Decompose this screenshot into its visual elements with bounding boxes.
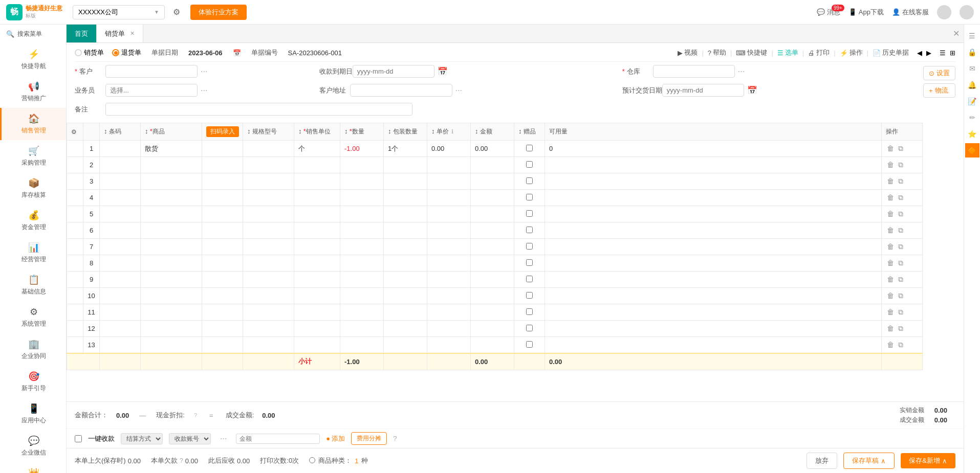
radio-return[interactable]: 退货单 xyxy=(112,48,141,57)
product-cell[interactable] xyxy=(141,157,202,173)
view-list-icon[interactable]: ☰ xyxy=(940,49,946,57)
gift-checkbox[interactable] xyxy=(526,243,533,250)
product-type-radio[interactable] xyxy=(309,457,315,463)
tab-close-all-icon[interactable]: ✕ xyxy=(953,29,960,38)
right-panel-star-btn[interactable]: ⭐ xyxy=(965,127,979,141)
unit-sort[interactable]: ↕ xyxy=(298,127,302,135)
view-grid-icon[interactable]: ⊞ xyxy=(950,49,955,57)
scan-btn[interactable]: 扫码录入 xyxy=(206,126,239,137)
delete-btn[interactable]: 🗑 xyxy=(886,209,895,219)
settings-button[interactable]: ⚙ xyxy=(169,5,184,20)
price-sort[interactable]: ↕ xyxy=(431,127,435,135)
right-panel-msg-btn[interactable]: ✉ xyxy=(965,61,979,76)
one-click-payment-checkbox[interactable] xyxy=(75,435,82,442)
product-cell[interactable] xyxy=(141,304,202,321)
total-debt-q[interactable]: ? xyxy=(180,457,183,464)
gift-sort[interactable]: ↕ xyxy=(518,127,522,135)
delete-btn[interactable]: 🗑 xyxy=(886,307,895,317)
app-download-button[interactable]: 📱 App下载 xyxy=(848,8,884,17)
product-cell[interactable] xyxy=(141,255,202,272)
product-sort[interactable]: ↕ xyxy=(145,127,148,135)
warehouse-input[interactable]: 建材仓 xyxy=(653,65,735,78)
copy-btn[interactable]: ⧉ xyxy=(897,307,904,318)
delete-btn[interactable]: 🗑 xyxy=(886,225,895,235)
copy-btn[interactable]: ⧉ xyxy=(897,258,904,268)
gift-checkbox[interactable] xyxy=(526,227,533,233)
due-date-input[interactable] xyxy=(353,65,434,78)
product-cell[interactable] xyxy=(141,222,202,239)
delete-btn[interactable]: 🗑 xyxy=(886,143,895,153)
col-scan[interactable]: 扫码录入 xyxy=(202,123,243,141)
delete-btn[interactable]: 🗑 xyxy=(886,241,895,252)
delivery-input[interactable] xyxy=(662,84,744,97)
sidebar-item-wechat[interactable]: 💬 企业微信 xyxy=(0,430,66,462)
calc-method-select[interactable]: 结算方式 xyxy=(121,433,163,444)
gift-checkbox[interactable] xyxy=(526,325,533,331)
action-ops[interactable]: ⚡ 操作 xyxy=(840,48,863,57)
service-button[interactable]: 👤 在线客服 xyxy=(892,8,929,17)
product-cell[interactable] xyxy=(141,272,202,288)
copy-btn[interactable]: ⧉ xyxy=(897,192,904,203)
delete-btn[interactable]: 🗑 xyxy=(886,340,895,350)
sidebar-item-purchase[interactable]: 🛒 采购管理 xyxy=(0,140,66,172)
qty-sort[interactable]: ↕ xyxy=(344,127,348,135)
sidebar-item-member[interactable]: 👑 畅会员 xyxy=(0,462,66,473)
gift-checkbox[interactable] xyxy=(526,145,533,151)
sidebar-item-enterprise[interactable]: 🏢 企业协同 xyxy=(0,333,66,366)
avatar-2[interactable] xyxy=(960,5,974,19)
copy-btn[interactable]: ⧉ xyxy=(897,323,904,334)
delete-btn[interactable]: 🗑 xyxy=(886,290,895,301)
product-cell[interactable] xyxy=(141,288,202,304)
trial-btn[interactable]: 体验行业方案 xyxy=(190,5,247,20)
sidebar-search[interactable]: 🔍 搜索菜单 xyxy=(0,25,66,43)
sidebar-item-apps[interactable]: 📱 应用中心 xyxy=(0,398,66,430)
product-cell[interactable] xyxy=(141,173,202,190)
gift-checkbox[interactable] xyxy=(526,210,533,217)
copy-btn[interactable]: ⧉ xyxy=(897,209,904,219)
sidebar-item-sales[interactable]: 🏠 销售管理 xyxy=(0,108,66,140)
nav-prev-icon[interactable]: ◀ xyxy=(917,49,922,57)
nav-next-icon[interactable]: ▶ xyxy=(926,49,931,57)
tab-sales-order[interactable]: 销货单 ✕ xyxy=(97,25,143,42)
copy-btn[interactable]: ⧉ xyxy=(897,340,904,350)
copy-btn[interactable]: ⧉ xyxy=(897,274,904,285)
gift-checkbox[interactable] xyxy=(526,259,533,266)
expense-btn[interactable]: 费用分摊 xyxy=(351,432,387,445)
action-help[interactable]: ? 帮助 xyxy=(708,48,726,57)
product-cell[interactable] xyxy=(141,190,202,206)
sidebar-item-basic[interactable]: 📋 基础信息 xyxy=(0,269,66,301)
copy-btn[interactable]: ⧉ xyxy=(897,241,904,252)
gift-checkbox[interactable] xyxy=(526,292,533,299)
abandon-btn[interactable]: 放弃 xyxy=(807,453,837,469)
gift-checkbox[interactable] xyxy=(526,177,533,184)
delete-btn[interactable]: 🗑 xyxy=(886,323,895,333)
amount-sort[interactable]: ↕ xyxy=(475,127,478,135)
tab-home[interactable]: 首页 xyxy=(67,25,97,42)
radio-sales[interactable]: 销货单 xyxy=(75,48,104,57)
right-panel-bell-btn[interactable]: 🔔 xyxy=(965,78,979,92)
copy-btn[interactable]: ⧉ xyxy=(897,176,904,187)
warehouse-dots[interactable]: ··· xyxy=(735,67,748,76)
right-panel-list-btn[interactable]: ☰ xyxy=(965,29,979,43)
save-new-btn[interactable]: 保存&新增 ∧ xyxy=(901,453,955,468)
sidebar-item-system[interactable]: ⚙ 系统管理 xyxy=(0,301,66,333)
addr-dots[interactable]: ··· xyxy=(452,86,465,95)
delete-btn[interactable]: 🗑 xyxy=(886,192,895,202)
action-shortcut[interactable]: ⌨ 快捷键 xyxy=(736,48,767,57)
sidebar-item-marketing[interactable]: 📢 营销推广 xyxy=(0,76,66,108)
settings-btn[interactable]: ⊙ 设置 xyxy=(923,66,955,80)
due-date-calendar-icon[interactable]: 📅 xyxy=(434,66,451,76)
salesperson-dots[interactable]: ··· xyxy=(198,86,210,95)
gift-checkbox[interactable] xyxy=(526,276,533,282)
sidebar-item-guide[interactable]: 🎯 新手引导 xyxy=(0,366,66,398)
notes-input[interactable] xyxy=(105,103,412,116)
product-cell[interactable] xyxy=(141,239,202,255)
col-settings[interactable]: ⚙ xyxy=(67,123,83,141)
product-cell[interactable] xyxy=(141,337,202,354)
avatar[interactable] xyxy=(937,5,951,19)
action-print[interactable]: 🖨 打印 xyxy=(808,48,830,57)
gift-checkbox[interactable] xyxy=(526,194,533,200)
delete-btn[interactable]: 🗑 xyxy=(886,258,895,268)
right-panel-lock-btn[interactable]: 🔒 xyxy=(965,45,979,59)
copy-btn[interactable]: ⧉ xyxy=(897,290,904,301)
